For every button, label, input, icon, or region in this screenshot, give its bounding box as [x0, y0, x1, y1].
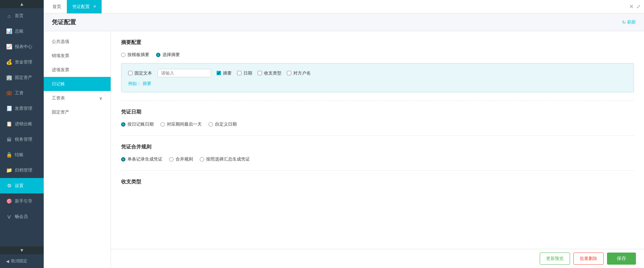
funds-icon: 💰 [6, 59, 12, 65]
tax-icon: 🏛 [6, 137, 12, 142]
radio-merge-rules[interactable]: 合并规则 [169, 156, 193, 162]
checkbox-income-type[interactable]: 收支类型 [258, 70, 281, 76]
right-content: 摘要配置 按模板摘要 选择摘要 [111, 31, 644, 249]
abstract-example: 例如： 摘要 [128, 81, 627, 87]
voucher-date-title: 凭证日期 [121, 109, 634, 115]
sidebar-item-closing[interactable]: 🔒 结账 [0, 147, 44, 163]
radio-single-record[interactable]: 单条记录生成凭证 [121, 156, 162, 162]
nav-item-purchase-invoice[interactable]: 进项发票 [44, 63, 111, 77]
sidebar-item-home[interactable]: ⌂ 首页 [0, 8, 44, 24]
nav-item-journal[interactable]: 日记账 [44, 77, 111, 91]
home-icon: ⌂ [6, 13, 12, 19]
sidebar-scroll-up[interactable]: ▲ [0, 0, 44, 8]
tab-bar: 首页 凭证配置 ✕ ✕ ⤢ [44, 0, 644, 13]
nav-item-public[interactable]: 公共选项 [44, 35, 111, 49]
sidebar-item-vip[interactable]: V 畅会员 [0, 209, 44, 224]
checkbox-fixed-text[interactable]: 固定文本 [128, 70, 152, 76]
tab-voucher-config[interactable]: 凭证配置 ✕ [67, 0, 102, 13]
reports-icon: 📈 [6, 44, 12, 50]
settings-icon: ⚙ [6, 183, 12, 189]
sidebar-scroll-down[interactable]: ▼ [0, 246, 44, 254]
tab-home[interactable]: 首页 [47, 0, 67, 13]
sidebar-item-reports[interactable]: 📈 报表中心 [0, 39, 44, 54]
nav-item-fixed-assets[interactable]: 固定资产 [44, 105, 111, 119]
purchase-icon: 📋 [6, 121, 12, 127]
checkbox-date[interactable]: 日期 [237, 70, 252, 76]
radio-custom-date[interactable]: 自定义日期 [209, 121, 237, 127]
income-type-section: 收支类型 [121, 179, 634, 185]
sidebar-item-ledger[interactable]: 📊 总账 [0, 24, 44, 39]
fixed-text-input[interactable] [157, 69, 211, 77]
expand-window-icon[interactable]: ⤢ [636, 3, 641, 10]
radio-template-abstract[interactable]: 按模板摘要 [121, 52, 149, 58]
sidebar-item-archive[interactable]: 📁 归档管理 [0, 163, 44, 178]
abstract-config-box: 固定文本 摘要 日期 [121, 63, 634, 92]
sidebar-item-assets[interactable]: 🏢 固定资产 [0, 70, 44, 85]
sidebar-item-guide[interactable]: 🎯 新手引导 [0, 193, 44, 209]
refresh-icon: ↻ [622, 20, 626, 25]
sidebar-item-settings[interactable]: ⚙ 设置 [0, 178, 44, 193]
nav-item-sales-invoice[interactable]: 销项发票 [44, 49, 111, 63]
page-content: 凭证配置 ↻ 刷新 公共选项 销项发票 进项发票 日记账 [44, 13, 644, 268]
archive-icon: 📁 [6, 167, 12, 173]
closing-icon: 🔒 [6, 152, 12, 158]
invoice-icon: 🧾 [6, 105, 12, 111]
sidebar-item-tax[interactable]: 🏛 税务管理 [0, 132, 44, 147]
merge-rules-title: 凭证合并规则 [121, 144, 634, 150]
bottom-bar: 更新预览 批量删除 保存 [111, 249, 644, 268]
radio-by-journal-date[interactable]: 按日记账日期 [121, 121, 154, 127]
chevron-down-icon: ∨ [99, 96, 103, 101]
sidebar-bottom: ▼ ◀ 取消固定 [0, 246, 44, 268]
radio-select-summary[interactable]: 按照选择汇总生成凭证 [200, 156, 250, 162]
merge-rules-radio-group: 单条记录生成凭证 合并规则 按照选择汇总生成凭证 [121, 156, 634, 162]
abstract-section: 摘要配置 按模板摘要 选择摘要 [121, 39, 634, 92]
page-title: 凭证配置 [52, 18, 76, 26]
guide-icon: 🎯 [6, 198, 12, 204]
content-layout: 公共选项 销项发票 进项发票 日记账 工资表 ∨ 固定资产 [44, 31, 644, 268]
main-area: 首页 凭证配置 ✕ ✕ ⤢ 凭证配置 ↻ 刷新 公共选项 [44, 0, 644, 268]
salary-icon: 💼 [6, 90, 12, 96]
close-window-icon[interactable]: ✕ [629, 3, 634, 10]
sidebar-item-funds[interactable]: 💰 资金管理 [0, 54, 44, 70]
assets-icon: 🏢 [6, 75, 12, 81]
voucher-config-tab-label: 凭证配置 [72, 4, 90, 10]
abstract-checkbox-row: 固定文本 摘要 日期 [128, 69, 627, 77]
checkbox-abstract[interactable]: 摘要 [217, 70, 232, 76]
tab-close-icon[interactable]: ✕ [93, 4, 96, 9]
radio-last-day-of-period[interactable]: 对应期间最后一天 [160, 121, 202, 127]
page-header: 凭证配置 ↻ 刷新 [44, 13, 644, 31]
batch-delete-button[interactable]: 批量删除 [573, 253, 604, 265]
vip-icon: V [6, 214, 12, 220]
refresh-button[interactable]: ↻ 刷新 [622, 19, 636, 25]
home-tab-label: 首页 [52, 4, 61, 10]
checkbox-counterpart-name[interactable]: 对方户名 [287, 70, 311, 76]
abstract-section-title: 摘要配置 [121, 39, 634, 46]
abstract-radio-group: 按模板摘要 选择摘要 [121, 52, 634, 58]
radio-select-abstract[interactable]: 选择摘要 [156, 52, 180, 58]
pin-icon: ◀ [6, 259, 9, 264]
income-type-title: 收支类型 [121, 179, 634, 185]
sidebar-item-salary[interactable]: 💼 工资 [0, 85, 44, 101]
unpin-button[interactable]: ◀ 取消固定 [0, 254, 44, 268]
save-button[interactable]: 保存 [607, 253, 636, 265]
ledger-icon: 📊 [6, 28, 12, 34]
sidebar-item-invoice-mgmt[interactable]: 🧾 发票管理 [0, 101, 44, 116]
sidebar: ▲ ⌂ 首页 📊 总账 📈 报表中心 💰 资金管理 🏢 固定资产 💼 工资 🧾 … [0, 0, 44, 268]
update-preview-button[interactable]: 更新预览 [540, 253, 570, 265]
merge-rules-section: 凭证合并规则 单条记录生成凭证 合并规则 [121, 144, 634, 162]
voucher-date-radio-group: 按日记账日期 对应期间最后一天 自定义日期 [121, 121, 634, 127]
tab-actions: ✕ ⤢ [629, 3, 641, 10]
sidebar-item-purchase-sales[interactable]: 📋 进销台账 [0, 116, 44, 132]
voucher-date-section: 凭证日期 按日记账日期 对应期间最后一天 [121, 109, 634, 127]
nav-item-payroll[interactable]: 工资表 ∨ [44, 91, 111, 105]
left-nav: 公共选项 销项发票 进项发票 日记账 工资表 ∨ 固定资产 [44, 31, 111, 268]
